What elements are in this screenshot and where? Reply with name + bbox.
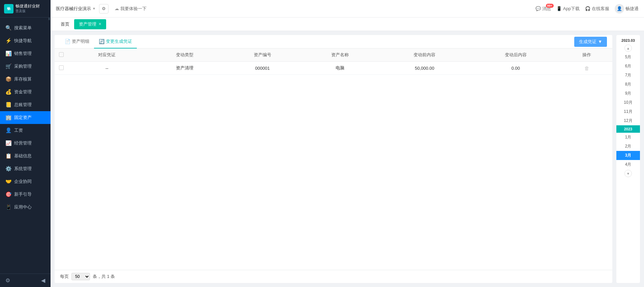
cell-operation: 🗑: [561, 62, 612, 75]
sidebar-item-operations[interactable]: 📈 经营管理: [0, 137, 51, 150]
tabs-bar: 首页 资产管理 ✕: [51, 18, 644, 31]
cal-month-1[interactable]: 1月: [616, 133, 640, 142]
sidebar-item-purchase[interactable]: 🛒 采购管理: [0, 60, 51, 73]
user-name: 畅捷通: [625, 6, 639, 12]
experience-btn[interactable]: ☁ 我要体验一下: [115, 6, 147, 12]
sidebar-logo: 畅 畅捷通好业财 普及版: [0, 0, 51, 18]
data-table: 对应凭证 变动类型 资产编号 资产名称 变动前内容 变动后内容 操作: [55, 49, 612, 75]
cal-month-8[interactable]: 8月: [616, 80, 640, 89]
enterprise-icon: 🤝: [5, 179, 11, 185]
col-change-type: 变动类型: [146, 49, 224, 62]
inventory-icon: 📦: [5, 76, 11, 82]
sub-tab-change-voucher[interactable]: 🔄 变更生成凭证: [94, 35, 137, 49]
delete-row-btn[interactable]: 🗑: [584, 65, 589, 71]
sub-tab-change-voucher-label: 变更生成凭证: [106, 38, 132, 44]
col-operation: 操作: [561, 49, 612, 62]
sidebar-item-quick-nav[interactable]: ⚡ 快捷导航: [0, 34, 51, 47]
sidebar-item-label: 系统管理: [14, 166, 32, 172]
cal-month-3-current[interactable]: 3月: [616, 151, 640, 160]
cal-month-11[interactable]: 11月: [616, 107, 640, 116]
tab-home[interactable]: 首页: [56, 19, 74, 29]
sidebar-item-inventory[interactable]: 📦 库存核算: [0, 73, 51, 86]
header-right: 💬 消息 99+ 📱 App下载 🎧 在线客服 👤 畅捷通: [535, 4, 639, 13]
cell-voucher: --: [68, 62, 146, 75]
cell-asset-name: 电脑: [301, 62, 379, 75]
cal-month-6[interactable]: 6月: [616, 62, 640, 71]
col-before-change: 变动前内容: [379, 49, 470, 62]
app-download-btn[interactable]: 📱 App下载: [556, 6, 580, 12]
cal-month-9[interactable]: 9月: [616, 89, 640, 98]
sidebar-item-label: 固定资产: [14, 115, 32, 121]
generate-btn-wrap: 生成凭证 ▼: [574, 37, 607, 47]
sidebar-item-system[interactable]: ⚙️ 系统管理: [0, 162, 51, 175]
funds-icon: 💰: [5, 89, 11, 95]
sidebar-item-label: 企业协同: [14, 179, 32, 185]
messages-btn[interactable]: 💬 消息 99+: [535, 6, 551, 12]
row-checkbox[interactable]: [59, 65, 64, 70]
app-title: 畅捷通好业财: [16, 4, 40, 9]
calendar-scroll-down[interactable]: ▼: [624, 170, 632, 177]
sidebar-item-sales[interactable]: 📊 销售管理: [0, 47, 51, 60]
messages-badge: 99+: [546, 4, 554, 8]
sidebar-item-guide[interactable]: 🎯 新手引导: [0, 188, 51, 201]
service-icon: 🎧: [585, 6, 590, 11]
settings-footer-icon[interactable]: ⚙: [5, 277, 10, 284]
content-area: 📄 资产明细 🔄 变更生成凭证 生成凭证 ▼: [51, 31, 644, 287]
cal-month-2[interactable]: 2月: [616, 142, 640, 151]
col-asset-code: 资产编号: [223, 49, 301, 62]
cal-month-12[interactable]: 12月: [616, 116, 640, 125]
sidebar-item-label: 工资: [14, 127, 23, 133]
cal-month-5[interactable]: 5月: [616, 53, 640, 62]
message-icon: 💬: [535, 6, 541, 11]
sidebar-item-label: 采购管理: [14, 63, 32, 69]
sidebar-nav: 🔍 搜索菜单 ⚡ 快捷导航 📊 销售管理 🛒 采购管理 📦 库存核算 💰 资金管…: [0, 20, 51, 274]
company-dropdown-icon: ▼: [92, 7, 96, 10]
app-subtitle: 普及版: [16, 9, 40, 13]
header-settings-btn[interactable]: ⚙: [99, 4, 109, 13]
sidebar-item-app-center[interactable]: 📱 应用中心: [0, 201, 51, 214]
online-service-label: 在线客服: [592, 6, 609, 12]
user-profile-btn[interactable]: 👤 畅捷通: [615, 4, 639, 13]
cloud-icon: ☁: [115, 6, 119, 11]
dropdown-arrow-icon: ▼: [598, 39, 602, 44]
sidebar-item-enterprise[interactable]: 🤝 企业协同: [0, 175, 51, 188]
cal-month-10[interactable]: 10月: [616, 98, 640, 107]
cal-month-7[interactable]: 7月: [616, 71, 640, 80]
sidebar-item-fixed-assets[interactable]: 🏢 固定资产: [0, 111, 51, 124]
select-all-checkbox[interactable]: [59, 52, 64, 57]
sidebar-item-ledger[interactable]: 📒 总账管理: [0, 98, 51, 111]
generate-voucher-btn[interactable]: 生成凭证 ▼: [574, 37, 607, 47]
col-after-change: 变动后内容: [470, 49, 561, 62]
sidebar-item-basic-info[interactable]: 📋 基础信息: [0, 150, 51, 162]
close-tab-icon[interactable]: ✕: [98, 22, 101, 26]
calendar-year-month: 2023.03: [619, 37, 637, 44]
sub-tab-asset-detail[interactable]: 📄 资产明细: [60, 35, 94, 49]
cal-year-badge: 2023: [616, 125, 640, 133]
calendar-scroll-up[interactable]: ▲: [624, 44, 632, 52]
sidebar-item-label: 经营管理: [14, 140, 32, 146]
per-page-select[interactable]: 50 10 20 100: [71, 273, 90, 280]
sidebar-item-payroll[interactable]: 👤 工资: [0, 124, 51, 137]
tab-asset-management[interactable]: 资产管理 ✕: [74, 19, 106, 29]
app-center-icon: 📱: [5, 204, 11, 210]
col-checkbox: [55, 49, 68, 62]
cal-month-4[interactable]: 4月: [616, 160, 640, 169]
avatar: 👤: [615, 4, 624, 13]
collapse-icon[interactable]: ◀: [41, 277, 45, 284]
sidebar: 畅 畅捷通好业财 普及版 🔍 搜索菜单 ⚡ 快捷导航 📊 销售管理 🛒 采购管理…: [0, 0, 51, 287]
per-page-label: 每页: [60, 274, 69, 280]
table-row: -- 资产清理 000001 电脑 50,000.00 0.00 🗑: [55, 62, 612, 75]
company-selector[interactable]: 医疗器械行业演示 ▼: [56, 6, 96, 12]
guide-icon: 🎯: [5, 191, 11, 197]
cell-asset-code: 000001: [223, 62, 301, 75]
total-count: 条，共 1 条: [93, 274, 115, 280]
sidebar-item-funds[interactable]: 💰 资金管理: [0, 86, 51, 98]
sidebar-item-search[interactable]: 🔍 搜索菜单: [0, 22, 51, 34]
app-download-label: App下载: [563, 6, 580, 12]
main-area: 医疗器械行业演示 ▼ ⚙ ☁ 我要体验一下 💬 消息 99+ 📱 App下载 🎧…: [51, 0, 644, 287]
online-service-btn[interactable]: 🎧 在线客服: [585, 6, 609, 12]
tab-home-label: 首页: [61, 21, 69, 27]
cell-after-change: 0.00: [470, 62, 561, 75]
sidebar-item-label: 基础信息: [14, 153, 32, 159]
experience-label: 我要体验一下: [120, 6, 147, 12]
